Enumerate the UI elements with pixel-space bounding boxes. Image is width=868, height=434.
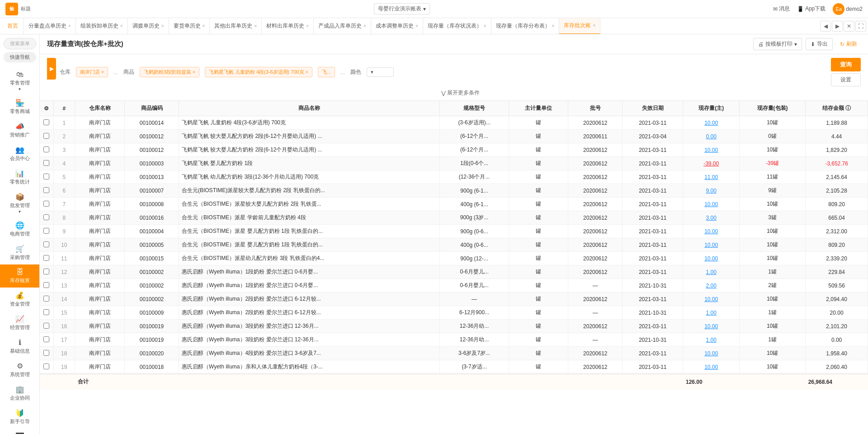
row-checkbox[interactable] [43, 241, 49, 247]
user-area[interactable]: Ea demo2 [833, 3, 863, 15]
row-checkbox[interactable] [43, 214, 49, 220]
tab-cost-adjust[interactable]: 成本调整单历史 × [371, 18, 423, 34]
row-stock-main[interactable]: 10.00 [683, 252, 740, 265]
tab-mixing-close[interactable]: × [161, 24, 164, 28]
tab-disassemble[interactable]: 组装拆卸单历史 × [76, 18, 128, 34]
row-stock-main[interactable]: -39.00 [683, 157, 740, 170]
tab-product-in[interactable]: 产成品入库单历史 × [314, 18, 371, 34]
filter-setting-btn[interactable]: 设置 [831, 73, 861, 86]
col-settings[interactable]: ⚙ [40, 101, 53, 116]
sidebar-item-wholesale[interactable]: 📦 批发管理 ▼ [0, 189, 39, 217]
row-checkbox-cell[interactable] [40, 265, 53, 279]
tab-stock-dist[interactable]: 现存量（库存分布表） × [491, 18, 560, 34]
sidebar-quicknav[interactable]: 快捷导航 [4, 52, 36, 62]
row-checkbox-cell[interactable] [40, 130, 53, 143]
row-checkbox[interactable] [43, 201, 49, 207]
row-checkbox-cell[interactable] [40, 211, 53, 225]
sidebar-search[interactable]: 搜索菜单 [4, 38, 36, 49]
row-checkbox-cell[interactable] [40, 252, 53, 265]
row-checkbox[interactable] [43, 146, 49, 152]
tab-mixing[interactable]: 调拨单历史 × [128, 18, 169, 34]
row-checkbox-cell[interactable] [40, 238, 53, 252]
tab-close-btn[interactable]: ✕ [844, 21, 854, 32]
sidebar-item-marketing[interactable]: 📣 营销推广 [0, 118, 39, 142]
product-tag-2-close[interactable]: × [306, 70, 308, 75]
sidebar-item-ops[interactable]: 📈 经营管理 [0, 311, 39, 335]
row-checkbox[interactable] [43, 336, 49, 342]
tab-other-out-close[interactable]: × [254, 24, 257, 28]
row-checkbox[interactable] [43, 160, 49, 166]
product-filter-dots[interactable]: ... [340, 69, 345, 75]
row-checkbox-cell[interactable] [40, 143, 53, 157]
sidebar-item-ecommerce[interactable]: 🌐 电商管理 [0, 217, 39, 241]
refresh-btn[interactable]: ↻ 刷新 [836, 38, 861, 50]
product-filter-tag-more[interactable]: 飞... [318, 67, 335, 77]
tab-other-out[interactable]: 其他出库单历史 × [210, 18, 262, 34]
row-checkbox-cell[interactable] [40, 292, 53, 306]
sidebar-item-app-center[interactable]: 🔲 应用中心 [0, 429, 39, 434]
sidebar-item-enterprise[interactable]: 🏢 企业协同 [0, 382, 39, 405]
row-stock-main[interactable]: 10.00 [683, 238, 740, 252]
row-checkbox-cell[interactable] [40, 306, 53, 320]
tab-disassemble-close[interactable]: × [120, 24, 123, 28]
tab-fullscreen-btn[interactable]: ⛶ [855, 21, 866, 32]
row-checkbox[interactable] [43, 255, 49, 261]
row-checkbox[interactable] [43, 269, 49, 274]
row-checkbox-cell[interactable] [40, 157, 53, 170]
sidebar-item-basic[interactable]: ℹ 基础信息 [0, 335, 39, 358]
filter-toggle-btn[interactable]: ▶ [47, 58, 56, 80]
row-checkbox-cell[interactable] [40, 170, 53, 184]
tab-cost-adjust-close[interactable]: × [415, 24, 418, 28]
row-stock-main[interactable]: 10.00 [683, 143, 740, 157]
product-filter-tag-1[interactable]: 飞鹤奶粉3段阶段提装 × [140, 67, 199, 77]
sidebar-item-finance[interactable]: 💰 资金管理 [0, 288, 39, 311]
tab-stock-status-close[interactable]: × [484, 24, 486, 28]
product-tag-1-close[interactable]: × [193, 70, 195, 75]
row-checkbox-cell[interactable] [40, 333, 53, 347]
tab-material-out-close[interactable]: × [306, 24, 309, 28]
row-stock-main[interactable]: 0.00 [683, 130, 740, 143]
row-checkbox-cell[interactable] [40, 225, 53, 238]
row-stock-main[interactable]: 1.00 [683, 306, 740, 320]
tab-batch-ledger[interactable]: 库存批次账 × [559, 18, 600, 34]
color-dropdown[interactable]: ▾ [367, 67, 394, 77]
expand-conditions-btn[interactable]: ⋁ 展开更多条件 [441, 89, 480, 97]
tab-product-in-close[interactable]: × [363, 24, 366, 28]
company-selector[interactable]: 母婴行业演示账表 ▾ [374, 3, 430, 14]
sidebar-item-retail-mgmt[interactable]: 🛍 零售管理 ▼ [0, 67, 39, 95]
row-stock-main[interactable]: 9.00 [683, 184, 740, 198]
row-stock-main[interactable]: 11.00 [683, 170, 740, 184]
row-checkbox[interactable] [43, 323, 49, 329]
sidebar-item-inventory[interactable]: 🗄 库存核算 [0, 264, 39, 288]
warehouse-filter-dots[interactable]: ... [113, 69, 118, 75]
row-checkbox[interactable] [43, 187, 49, 193]
row-checkbox-cell[interactable] [40, 360, 53, 374]
row-stock-main[interactable]: 10.00 [683, 198, 740, 211]
row-checkbox-cell[interactable] [40, 320, 53, 333]
print-btn[interactable]: 🖨 按模板打印 ▾ [753, 38, 802, 50]
tab-require[interactable]: 要货单历史 × [169, 18, 210, 34]
sidebar-item-retail-stats[interactable]: 📊 零售统计 [0, 165, 39, 189]
export-btn[interactable]: ⬇ 导出 [806, 38, 833, 50]
sidebar-item-system[interactable]: ⚙ 系统管理 [0, 358, 39, 382]
row-checkbox[interactable] [43, 133, 49, 139]
tab-require-close[interactable]: × [203, 24, 205, 28]
product-filter-tag-2[interactable]: 飞鹤星飞帆 儿童奶粉 4段(3-6岁适用) 700克 × [205, 67, 312, 77]
tab-partial-inventory[interactable]: 分量盘点单历史 × [24, 18, 76, 34]
row-stock-main[interactable]: 10.00 [683, 116, 740, 130]
row-stock-main[interactable]: 10.00 [683, 320, 740, 333]
filter-search-btn[interactable]: 查询 [831, 58, 861, 71]
row-checkbox[interactable] [43, 296, 49, 302]
row-stock-main[interactable]: 10.00 [683, 292, 740, 306]
row-checkbox[interactable] [43, 119, 49, 125]
row-checkbox-cell[interactable] [40, 184, 53, 198]
tab-home[interactable]: 首页 [2, 18, 24, 34]
row-stock-main[interactable]: 10.00 [683, 347, 740, 360]
row-checkbox[interactable] [43, 350, 49, 356]
tab-partial-inventory-close[interactable]: × [68, 24, 71, 28]
row-checkbox-cell[interactable] [40, 116, 53, 130]
row-checkbox[interactable] [43, 363, 49, 369]
row-checkbox[interactable] [43, 174, 49, 179]
tab-stock-dist-close[interactable]: × [552, 24, 555, 28]
settings-icon[interactable]: ⚙ [44, 105, 49, 112]
